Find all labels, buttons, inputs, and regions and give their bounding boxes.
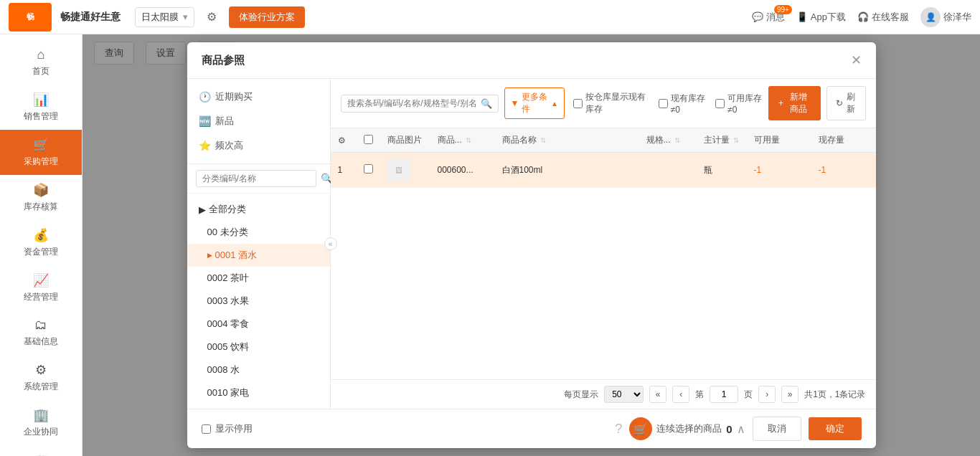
row-avail: -1 <box>747 153 811 188</box>
page-prefix: 第 <box>695 389 704 401</box>
nav-frequent[interactable]: ⭐ 频次高 <box>187 133 330 158</box>
checkbox-stock-input[interactable] <box>659 99 668 108</box>
checkbox-stock-nonzero[interactable]: 现有库存≠0 <box>659 92 706 115</box>
select-all-checkbox[interactable] <box>364 135 373 144</box>
product-table: ⚙ 商品图片 <box>331 128 876 188</box>
right-panel: 🔍 ▼ 更多条件 ▲ 按仓库显示现有库存 <box>331 79 876 409</box>
filter-checkboxes: 按仓库显示现有库存 现有库存≠0 可用库存≠0 <box>573 91 763 115</box>
category-0005[interactable]: 0005 饮料 <box>187 336 330 358</box>
more-filter-button[interactable]: ▼ 更多条件 ▲ <box>504 87 565 119</box>
per-page-select[interactable]: 10 20 50 100 <box>604 386 644 403</box>
show-disabled-label[interactable]: 显示停用 <box>202 422 253 435</box>
sidebar-item-label: 经营管理 <box>24 291 58 303</box>
col-unit[interactable]: 主计量 ⇅ <box>697 128 747 153</box>
star-icon: ⭐ <box>199 140 211 151</box>
expand-icon: ▶ <box>199 204 206 215</box>
sidebar-item-sales[interactable]: 📊 销售管理 <box>0 85 82 130</box>
checkbox-avail-input[interactable] <box>715 99 725 108</box>
per-page-label: 每页显示 <box>564 389 598 401</box>
row-checkbox[interactable] <box>364 164 373 174</box>
table-row[interactable]: 1 🖼 000600... 白酒100ml <box>331 153 876 188</box>
category-0004[interactable]: 0004 零食 <box>187 313 330 336</box>
product-search-input[interactable] <box>347 98 476 108</box>
product-search-box: 🔍 <box>341 95 499 113</box>
sidebar-item-label: 首页 <box>32 65 50 77</box>
show-disabled-checkbox[interactable] <box>202 424 211 434</box>
cancel-button[interactable]: 取消 <box>753 417 801 441</box>
app-brand: 畅捷通好生意 <box>60 11 121 24</box>
category-0010[interactable]: 0010 家电 <box>187 381 330 404</box>
sidebar-item-finance[interactable]: 💰 资金管理 <box>0 220 82 265</box>
sidebar-item-enterprise[interactable]: 🏢 企业协同 <box>0 400 82 445</box>
main-layout: ⌂ 首页 📊 销售管理 🛒 采购管理 📦 库存核算 💰 资金管理 📈 经营管理 … <box>0 34 980 456</box>
category-0001[interactable]: 0001 酒水 <box>187 244 330 267</box>
user-menu[interactable]: 👤 徐泽华 <box>920 7 971 27</box>
product-table-wrapper: ⚙ 商品图片 <box>331 128 876 379</box>
checkbox-warehouse-input[interactable] <box>573 99 583 108</box>
sidebar-item-purchase[interactable]: 🛒 采购管理 <box>0 130 82 175</box>
category-0002[interactable]: 0002 茶叶 <box>187 267 330 290</box>
col-code[interactable]: 商品... ⇅ <box>430 128 495 153</box>
col-spec[interactable]: 规格... ⇅ <box>639 128 697 153</box>
row-check[interactable] <box>357 153 380 188</box>
next-page-button[interactable]: › <box>758 386 776 403</box>
system-icon: ⚙ <box>35 362 47 378</box>
online-service-button[interactable]: 🎧 在线客服 <box>857 11 909 24</box>
col-img: 商品图片 <box>380 128 430 153</box>
confirm-button[interactable]: 确定 <box>809 417 862 440</box>
nav-recent-label: 近期购买 <box>215 90 253 103</box>
sidebar-item-label: 采购管理 <box>24 156 58 168</box>
sidebar-item-guide[interactable]: 📖 新手引导 <box>0 445 82 456</box>
chevron-up-icon: ▲ <box>551 100 558 108</box>
col-name[interactable]: 商品名称 ⇅ <box>495 128 639 153</box>
sidebar-item-base[interactable]: 🗂 基础信息 <box>0 310 82 355</box>
settings-icon[interactable]: ⚙ <box>200 6 223 29</box>
app-download-button[interactable]: 📱 App下载 <box>796 11 846 24</box>
sales-icon: 📊 <box>33 92 49 108</box>
product-thumbnail: 🖼 <box>387 158 410 181</box>
toolbar-right: + 新增商品 ↻ 刷新 <box>768 86 866 120</box>
col-settings: ⚙ <box>331 128 357 153</box>
category-0008[interactable]: 0008 水 <box>187 358 330 381</box>
row-code: 000600... <box>430 153 495 188</box>
modal-close-button[interactable]: ✕ <box>851 52 862 68</box>
last-page-button[interactable]: » <box>781 386 798 403</box>
message-button[interactable]: 💬 消息 99+ <box>752 11 785 24</box>
experience-button[interactable]: 体验行业方案 <box>229 6 305 28</box>
checkbox-warehouse[interactable]: 按仓库显示现有库存 <box>573 91 649 115</box>
page-suffix: 页 <box>744 389 753 401</box>
left-nav: 🕐 近期购买 🆕 新品 ⭐ 频次高 « <box>187 79 330 164</box>
category-0003[interactable]: 0003 水果 <box>187 290 330 313</box>
cart-collapse-icon[interactable]: ∧ <box>737 422 745 436</box>
cart-icon[interactable]: 🛒 <box>629 417 652 440</box>
home-icon: ⌂ <box>37 47 45 62</box>
modal-footer: 显示停用 ? 🛒 连续选择的商品 0 ∧ 取消 确定 <box>187 409 876 448</box>
refresh-button[interactable]: ↻ 刷新 <box>826 86 866 120</box>
sort-code-icon: ⇅ <box>466 136 471 144</box>
prev-page-button[interactable]: ‹ <box>672 386 689 403</box>
help-icon[interactable]: ? <box>615 422 622 437</box>
sidebar-item-system[interactable]: ⚙ 系统管理 <box>0 355 82 400</box>
nav-recent[interactable]: 🕐 近期购买 <box>187 85 330 109</box>
refresh-icon: ↻ <box>836 98 843 108</box>
page-number-input[interactable] <box>710 386 738 403</box>
sidebar-item-operation[interactable]: 📈 经营管理 <box>0 265 82 310</box>
first-page-button[interactable]: « <box>649 386 666 403</box>
settings-col-icon[interactable]: ⚙ <box>338 136 346 146</box>
row-spec <box>639 153 697 188</box>
sidebar-item-inventory[interactable]: 📦 库存核算 <box>0 175 82 220</box>
category-all[interactable]: ▶ 全部分类 <box>187 198 330 221</box>
checkbox-avail-nonzero[interactable]: 可用库存≠0 <box>715 92 763 115</box>
sidebar-item-label: 基础信息 <box>24 336 58 348</box>
headset-icon: 🎧 <box>857 11 869 22</box>
new-icon: 🆕 <box>199 115 211 127</box>
nav-new[interactable]: 🆕 新品 <box>187 109 330 133</box>
purchase-icon: 🛒 <box>33 137 49 153</box>
add-product-button[interactable]: + 新增商品 <box>768 86 821 120</box>
branch-selector[interactable]: 日太阳膜 ▾ <box>135 7 194 27</box>
category-search-input[interactable] <box>196 170 316 187</box>
modal-title: 商品参照 <box>202 54 245 67</box>
sidebar-item-home[interactable]: ⌂ 首页 <box>0 40 82 85</box>
category-00[interactable]: 00 未分类 <box>187 221 330 244</box>
row-unit: 瓶 <box>697 153 747 188</box>
